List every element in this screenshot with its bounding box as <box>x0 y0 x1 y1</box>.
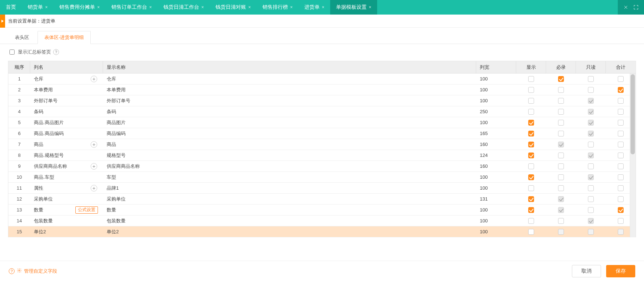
cell-display-name[interactable]: 仓库 <box>103 76 476 82</box>
cell-column-width[interactable]: 250 <box>476 109 516 114</box>
checkbox-show[interactable] <box>528 109 534 115</box>
top-tab[interactable]: 首页 <box>0 0 22 15</box>
cell-column-width[interactable]: 100 <box>476 174 516 180</box>
checkbox-total[interactable] <box>618 98 624 104</box>
cell-display-name[interactable]: 采购单位 <box>103 196 476 202</box>
cell-column-width[interactable]: 131 <box>476 196 516 202</box>
top-tab[interactable]: 销售排行榜× <box>257 0 299 15</box>
top-tab[interactable]: 钱货日清对账× <box>210 0 257 15</box>
checkbox-required[interactable] <box>558 109 564 115</box>
checkbox-show[interactable] <box>528 185 534 191</box>
checkbox-readonly[interactable] <box>588 196 594 202</box>
table-row[interactable]: 9供应商商品名称+供应商商品名称160 <box>8 161 636 172</box>
table-row[interactable]: 14包装数量包装数量100 <box>8 215 636 226</box>
cell-column-width[interactable]: 165 <box>476 131 516 136</box>
collapse-handle-icon[interactable] <box>0 15 5 28</box>
cell-column-width[interactable]: 100 <box>476 229 516 234</box>
cell-column-width[interactable]: 100 <box>476 120 516 125</box>
checkbox-show[interactable] <box>528 174 534 180</box>
checkbox-readonly[interactable] <box>588 163 594 169</box>
checkbox-readonly[interactable] <box>588 76 594 82</box>
cell-column-width[interactable]: 100 <box>476 98 516 103</box>
table-row[interactable]: 2本单费用本单费用100 <box>8 84 636 95</box>
checkbox-total[interactable] <box>618 185 624 191</box>
scrollbar-thumb[interactable] <box>631 74 635 154</box>
checkbox-show[interactable] <box>528 142 534 147</box>
add-icon[interactable]: + <box>91 163 97 170</box>
close-icon[interactable]: × <box>97 5 100 10</box>
checkbox-show[interactable] <box>528 207 534 213</box>
cell-display-name[interactable]: 外部订单号 <box>103 98 476 104</box>
close-all-icon[interactable] <box>621 2 631 12</box>
checkbox-required[interactable] <box>558 163 564 169</box>
checkbox-show[interactable] <box>528 87 534 93</box>
add-icon[interactable]: + <box>91 141 97 148</box>
formula-settings-badge[interactable]: 公式设置 <box>75 206 98 214</box>
add-icon[interactable]: + <box>91 76 97 82</box>
checkbox-show[interactable] <box>528 131 534 136</box>
checkbox-show[interactable] <box>528 120 534 126</box>
checkbox-show[interactable] <box>528 98 534 104</box>
table-row[interactable]: 11属性+品牌1100 <box>8 183 636 194</box>
checkbox-show[interactable] <box>528 163 534 169</box>
checkbox-total[interactable] <box>618 131 624 136</box>
checkbox-total[interactable] <box>618 109 624 115</box>
checkbox-required[interactable] <box>558 185 564 191</box>
cell-column-width[interactable]: 100 <box>476 185 516 191</box>
add-icon[interactable]: + <box>91 185 97 191</box>
table-row[interactable]: 7商品+商品160 <box>8 139 636 150</box>
checkbox-total[interactable] <box>618 174 624 180</box>
close-icon[interactable]: × <box>201 5 204 10</box>
checkbox-show[interactable] <box>528 76 534 82</box>
cell-display-name[interactable]: 商品编码 <box>103 130 476 137</box>
checkbox-required[interactable] <box>558 131 564 136</box>
cell-column-width[interactable]: 100 <box>476 87 516 92</box>
cell-column-width[interactable]: 100 <box>476 218 516 223</box>
cell-display-name[interactable]: 条码 <box>103 108 476 115</box>
top-tab[interactable]: 钱货日清工作台× <box>158 0 210 15</box>
cell-display-name[interactable]: 商品图片 <box>103 119 476 126</box>
tab-body-area[interactable]: 表体区-进货单明细 <box>37 31 91 44</box>
checkbox-total[interactable] <box>618 120 624 126</box>
checkbox-readonly[interactable] <box>588 185 594 191</box>
checkbox-required[interactable] <box>558 120 564 126</box>
cell-display-name[interactable]: 规格型号 <box>103 152 476 159</box>
top-tab[interactable]: 销货单× <box>22 0 54 15</box>
close-icon[interactable]: × <box>149 5 152 10</box>
checkbox-show[interactable] <box>528 218 534 224</box>
cell-column-width[interactable]: 160 <box>476 142 516 147</box>
table-row[interactable]: 1仓库+仓库100 <box>8 74 636 84</box>
close-icon[interactable]: × <box>45 5 48 10</box>
checkbox-required[interactable] <box>558 87 564 93</box>
checkbox-required[interactable] <box>558 76 564 82</box>
cell-display-name[interactable]: 数量 <box>103 207 476 213</box>
close-icon[interactable]: × <box>322 5 324 10</box>
checkbox-total[interactable] <box>618 218 624 224</box>
show-summary-tabpage-checkbox[interactable] <box>9 50 15 55</box>
fullscreen-icon[interactable] <box>631 2 641 12</box>
checkbox-readonly[interactable] <box>588 207 594 213</box>
checkbox-total[interactable] <box>618 76 624 82</box>
table-row[interactable]: 10商品.车型车型100 <box>8 172 636 183</box>
checkbox-show[interactable] <box>528 153 534 158</box>
checkbox-total[interactable] <box>618 196 624 202</box>
top-tab[interactable]: 进货单× <box>299 0 330 15</box>
close-icon[interactable]: × <box>369 5 371 10</box>
checkbox-readonly[interactable] <box>588 142 594 147</box>
cell-display-name[interactable]: 供应商商品名称 <box>103 163 476 170</box>
cell-column-width[interactable]: 100 <box>476 76 516 82</box>
top-tab[interactable]: 单据模板设置× <box>330 0 377 15</box>
checkbox-required[interactable] <box>558 153 564 158</box>
checkbox-required[interactable] <box>558 218 564 224</box>
checkbox-show[interactable] <box>528 229 534 235</box>
cell-column-width[interactable]: 160 <box>476 163 516 169</box>
checkbox-required[interactable] <box>558 174 564 180</box>
cell-column-width[interactable]: 124 <box>476 153 516 158</box>
vertical-scrollbar[interactable] <box>630 74 636 237</box>
table-row[interactable]: 4条码条码250 <box>8 106 636 117</box>
checkbox-readonly[interactable] <box>588 87 594 93</box>
top-tab[interactable]: 销售费用分摊单× <box>54 0 106 15</box>
cell-display-name[interactable]: 本单费用 <box>103 87 476 93</box>
close-icon[interactable]: × <box>290 5 293 10</box>
table-row[interactable]: 12采购单位采购单位131 <box>8 194 636 205</box>
